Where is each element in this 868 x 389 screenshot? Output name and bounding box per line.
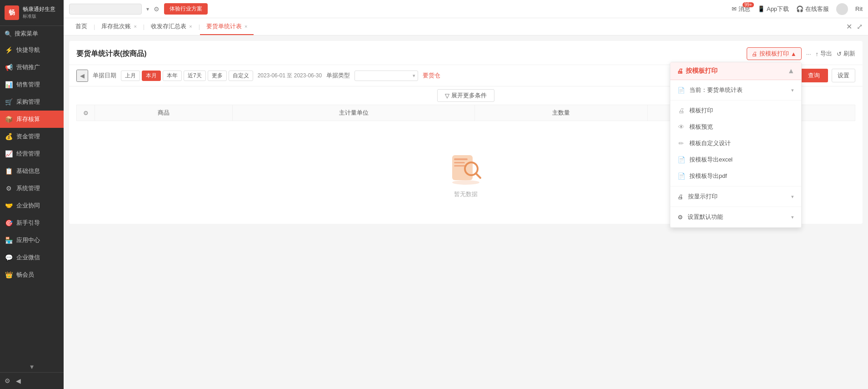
sidebar-item-label: 资金管理 (16, 132, 40, 141)
sidebar-item-collab[interactable]: 🤝 企业协同 (0, 197, 64, 214)
current-left: 📄 当前：要货单统计表 (678, 86, 743, 94)
template-design-icon: ✏ (678, 140, 685, 147)
sidebar: 畅 畅康通好生意 标准版 🔍 搜索菜单 ⚡ 快捷导航 📢 营销推广 📊 销售管理… (0, 0, 64, 389)
messages-button[interactable]: ✉ 消息 99+ (732, 5, 750, 13)
date-range-display: 2023-06-01 至 2023-06-30 (258, 72, 322, 80)
sidebar-item-purchase[interactable]: 🛒 采购管理 (0, 93, 64, 111)
sidebar-item-sales[interactable]: 📊 销售管理 (0, 76, 64, 93)
sidebar-item-guide[interactable]: 🎯 新手引导 (0, 214, 64, 232)
date-last-7days-button[interactable]: 近7天 (184, 71, 206, 81)
window-controls: ✕ ⤢ (846, 22, 863, 31)
export-button[interactable]: ↑ 导出 (816, 50, 833, 58)
sidebar-item-basic[interactable]: 📋 基础信息 (0, 162, 64, 180)
refresh-button[interactable]: ↺ 刷新 (837, 50, 855, 58)
more-icon[interactable]: ··· (806, 51, 811, 57)
date-this-year-button[interactable]: 本年 (163, 71, 182, 81)
template-print-section: 🖨 模板打印 👁 模板预览 ✏ 模板自定义设计 (670, 101, 801, 187)
page-card: 要货单统计表(按商品) 🖨 按模板打印 ▲ 🖨 (69, 41, 863, 224)
table-col-product: 商品 (95, 105, 233, 121)
topbar-chevron-icon[interactable]: ▾ (146, 6, 149, 12)
window-close-icon[interactable]: ✕ (846, 22, 852, 31)
current-label: 当前：要货单统计表 (689, 86, 743, 94)
tab-receipt-label: 收发存汇总表 (151, 22, 186, 30)
sidebar-item-finance[interactable]: 💰 资金管理 (0, 128, 64, 145)
print-label: 按模板打印 (759, 50, 789, 58)
template-print-item[interactable]: 🖨 模板打印 (670, 102, 801, 119)
collapse-icon[interactable]: ◀ (16, 377, 21, 384)
settings-button[interactable]: 设置 (832, 69, 855, 82)
print-dropdown-close-icon[interactable]: ▲ (788, 67, 795, 75)
system-icon: ⚙ (5, 184, 13, 192)
sidebar-item-label: 系统管理 (16, 184, 40, 192)
purchase-icon: 🛒 (5, 98, 13, 106)
sidebar-item-inventory[interactable]: 📦 库存核算 (0, 111, 64, 128)
empty-illustration (443, 148, 489, 185)
date-custom-button[interactable]: 自定义 (229, 71, 253, 81)
sidebar-item-system[interactable]: ⚙ 系统管理 (0, 180, 64, 197)
sidebar-item-wechat[interactable]: 💬 企业微信 (0, 249, 64, 266)
sidebar-item-quick-nav[interactable]: ⚡ 快捷导航 (0, 41, 64, 59)
sidebar-item-label: 经营管理 (16, 150, 40, 158)
display-print-item[interactable]: 🖨 按显示打印 ▾ (670, 188, 801, 205)
basic-icon: 📋 (5, 167, 13, 175)
table-settings-icon[interactable]: ⚙ (83, 110, 89, 116)
tab-receipt-summary[interactable]: 收发存汇总表 × (145, 19, 198, 35)
tab-order-stats[interactable]: 要货单统计表 × (200, 19, 254, 35)
type-select-wrap (354, 71, 418, 81)
app-download-button[interactable]: 📱 App下载 (758, 5, 789, 13)
sidebar-search[interactable]: 🔍 搜索菜单 (0, 26, 64, 41)
settings-footer-icon[interactable]: ⚙ (5, 377, 10, 384)
template-export-excel-item[interactable]: 📄 按模板导出excel (670, 152, 801, 168)
type-select[interactable] (354, 71, 418, 81)
default-func-label: 设置默认功能 (688, 213, 723, 221)
template-preview-label: 模板预览 (689, 123, 713, 131)
sidebar-item-label: 新手引导 (16, 219, 40, 227)
topbar-gear-icon[interactable]: ⚙ (154, 5, 160, 13)
type-filter-label: 单据类型 (326, 71, 350, 80)
sidebar-item-member[interactable]: 👑 畅会员 (0, 266, 64, 283)
window-expand-icon[interactable]: ⤢ (857, 22, 863, 31)
printer-icon: 🖨 (752, 51, 758, 57)
filter-collapse-button[interactable]: ◀ (76, 70, 88, 82)
print-dropdown-header: 🖨 按模板打印 ▲ (670, 62, 801, 80)
tab-order-close-icon[interactable]: × (244, 24, 247, 29)
tab-receipt-close-icon[interactable]: × (189, 24, 192, 29)
sidebar-item-marketing[interactable]: 📢 营销推广 (0, 59, 64, 76)
expand-more-label: 展开更多条件 (451, 91, 487, 100)
print-dropdown-current[interactable]: 📄 当前：要货单统计表 ▾ (670, 82, 801, 98)
date-this-month-button[interactable]: 本月 (142, 71, 161, 81)
sidebar-scroll-down[interactable]: ▼ (0, 362, 64, 372)
guide-icon: 🎯 (5, 219, 13, 227)
date-more-button[interactable]: 更多 (208, 71, 227, 81)
template-export-pdf-item[interactable]: 📄 按模板导出pdf (670, 168, 801, 184)
service-button[interactable]: 🎧 在线客服 (796, 5, 829, 13)
template-preview-icon: 👁 (678, 123, 685, 131)
topbar-search-input[interactable] (69, 4, 142, 15)
sidebar-item-label: 畅会员 (16, 271, 34, 279)
tab-home[interactable]: 首页 (69, 19, 94, 35)
tab-batch-close-icon[interactable]: × (134, 24, 136, 29)
svg-point-7 (468, 166, 473, 170)
table-col-settings[interactable]: ⚙ (77, 105, 95, 121)
topbar-right: ✉ 消息 99+ 📱 App下载 🎧 在线客服 Rit (732, 3, 863, 15)
sales-icon: 📊 (5, 81, 13, 89)
display-print-section: 🖨 按显示打印 ▾ (670, 187, 801, 207)
print-dropdown-title: 🖨 按模板打印 (677, 67, 718, 75)
default-func-item[interactable]: ⚙ 设置默认功能 ▾ (670, 209, 801, 225)
sidebar-item-operation[interactable]: 📈 经营管理 (0, 145, 64, 162)
date-last-month-button[interactable]: 上月 (121, 71, 140, 81)
avatar[interactable] (836, 3, 848, 15)
expand-more-button[interactable]: ▽ 展开更多条件 (437, 89, 494, 102)
sidebar-footer: ⚙ ◀ (0, 372, 64, 389)
refresh-label: 刷新 (843, 50, 855, 58)
sidebar-item-label: 采购管理 (16, 98, 40, 106)
template-preview-item[interactable]: 👁 模板预览 (670, 119, 801, 135)
print-button[interactable]: 🖨 按模板打印 ▲ (747, 47, 802, 60)
sidebar-item-appstore[interactable]: 🏪 应用中心 (0, 232, 64, 249)
template-design-item[interactable]: ✏ 模板自定义设计 (670, 135, 801, 152)
sidebar-item-label: 企业协同 (16, 202, 40, 210)
tab-batch-account[interactable]: 库存批次账 × (95, 19, 143, 35)
template-design-label: 模板自定义设计 (689, 139, 731, 147)
query-button[interactable]: 查询 (800, 69, 828, 82)
trial-button[interactable]: 体验行业方案 (164, 3, 208, 15)
